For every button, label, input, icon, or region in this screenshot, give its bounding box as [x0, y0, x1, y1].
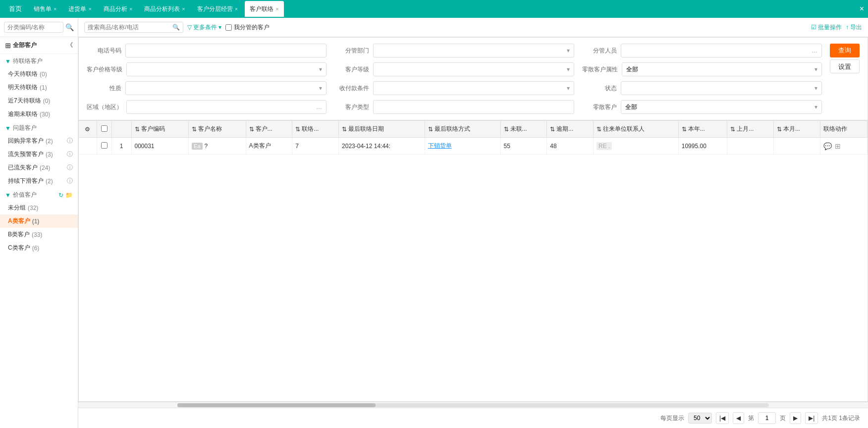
row-checkbox[interactable]: [101, 142, 108, 149]
settings-icon[interactable]: ⚙: [85, 126, 90, 133]
th-last-month[interactable]: ⇅ 上月...: [727, 121, 774, 138]
price-grade-select[interactable]: ▾: [126, 62, 326, 76]
nav-tab-3[interactable]: 商品分析列表 ×: [139, 1, 190, 17]
sidebar-item-declining[interactable]: 持续下滑客户 (2) ⓘ: [0, 174, 78, 188]
more-icon[interactable]: ⊞: [835, 142, 841, 150]
filter-more-btn[interactable]: ▽ 更多条件 ▾: [187, 23, 221, 32]
my-customers-checkbox[interactable]: [225, 24, 232, 31]
batch-op-btn[interactable]: ☑ 批量操作: [811, 23, 842, 32]
folder-icon[interactable]: 📁: [65, 192, 73, 199]
contact-icon[interactable]: 💬: [823, 142, 832, 150]
next-page-btn[interactable]: ▶: [790, 412, 801, 424]
th-check[interactable]: [97, 121, 111, 138]
nav-close-4[interactable]: ×: [235, 6, 238, 12]
sort-icon-code: ⇅: [135, 126, 140, 133]
customer-grade-select[interactable]: ▾: [373, 62, 574, 76]
prev-page-btn[interactable]: ◀: [733, 412, 744, 424]
check-icon: ☑: [811, 24, 816, 31]
select-all-checkbox[interactable]: [101, 125, 108, 132]
th-this-month[interactable]: ⇅ 本月...: [773, 121, 820, 138]
page-num-input[interactable]: [758, 412, 776, 424]
phone-input[interactable]: [125, 44, 326, 57]
nav-tab-2[interactable]: 商品分析 ×: [99, 1, 137, 17]
nav-tab-4[interactable]: 客户分层经营 ×: [192, 1, 243, 17]
th-no-contact[interactable]: ⇅ 未联...: [500, 121, 547, 138]
th-name[interactable]: ⇅ 客户名称: [189, 121, 246, 138]
nav-tab-1[interactable]: 进货单 ×: [63, 1, 96, 17]
sidebar-item-b-class[interactable]: B类客户 (33): [0, 228, 78, 241]
status-select[interactable]: ▾: [621, 81, 822, 95]
all-customers-item[interactable]: ⊞ 全部客户 《: [0, 37, 78, 54]
td-overdue: 48: [547, 138, 594, 155]
th-unit-contact[interactable]: ⇅ 往来单位联系人: [593, 121, 678, 138]
nav-close-3[interactable]: ×: [182, 6, 185, 12]
nav-close-0[interactable]: ×: [54, 6, 56, 12]
sidebar-item-warning[interactable]: 流失预警客户 (3) ⓘ: [0, 148, 78, 161]
search-input[interactable]: [88, 24, 170, 31]
nav-close-1[interactable]: ×: [88, 6, 91, 12]
search-icon[interactable]: 🔍: [172, 24, 180, 31]
nav-close-2[interactable]: ×: [129, 6, 132, 12]
sidebar-item-7days[interactable]: 近7天待联络 (0): [0, 94, 78, 107]
payment-arrow: ▾: [567, 85, 570, 92]
problem-customers-section: ▼ 问题客户: [0, 121, 78, 134]
sidebar-item-abnormal[interactable]: 回购异常客户 (2) ⓘ: [0, 134, 78, 148]
status-arrow: ▾: [814, 85, 817, 92]
last-method-link[interactable]: 下销货单: [428, 142, 452, 149]
th-num: [111, 121, 131, 138]
sidebar-item-unclassified[interactable]: 未分组 (32): [0, 201, 78, 214]
td-settings: [79, 138, 97, 155]
th-type[interactable]: ⇅ 客户...: [246, 121, 292, 138]
sidebar-search-input[interactable]: [4, 22, 63, 33]
th-last-date[interactable]: ⇅ 最后联络日期: [339, 121, 425, 138]
last-page-btn[interactable]: ▶|: [805, 412, 818, 424]
query-btn[interactable]: 查询: [830, 44, 860, 57]
sort-icon-date: ⇅: [342, 126, 347, 133]
content-area: 🔍 ▽ 更多条件 ▾ 我分管的客户 ☑ 批量操作 ↑ 导出: [78, 18, 868, 428]
sidebar-search-icon[interactable]: 🔍: [65, 23, 74, 31]
nav-close-main[interactable]: ×: [860, 4, 864, 13]
first-page-btn[interactable]: |◀: [716, 412, 729, 424]
horizontal-scrollbar[interactable]: [78, 402, 868, 408]
sidebar-item-c-class[interactable]: C类客户 (6): [0, 241, 78, 255]
sidebar-item-tomorrow[interactable]: 明天待联络 (1): [0, 81, 78, 94]
dept-select[interactable]: ▾: [373, 44, 574, 57]
sidebar-item-a-class[interactable]: A类客户 (1): [0, 214, 78, 228]
th-contact[interactable]: ⇅ 联络...: [292, 121, 339, 138]
th-overdue[interactable]: ⇅ 逾期...: [547, 121, 594, 138]
sort-icon-nocontact: ⇅: [504, 126, 509, 133]
nav-tab-5[interactable]: 客户联络 ×: [245, 1, 283, 17]
person-select[interactable]: …: [621, 44, 822, 57]
page-size-select[interactable]: 50: [688, 413, 712, 424]
pending-arrow: ▼: [5, 58, 11, 65]
payment-select[interactable]: ▾: [373, 81, 574, 95]
th-this-year[interactable]: ⇅ 本年...: [678, 121, 727, 138]
nav-home[interactable]: 首页: [4, 1, 27, 17]
sidebar-item-today[interactable]: 今天待联络 (0): [0, 67, 78, 81]
customer-type-select[interactable]: [373, 100, 574, 114]
info-icon-2: ⓘ: [67, 163, 73, 172]
td-last-method[interactable]: 下销货单: [425, 138, 500, 155]
scrollbar-thumb[interactable]: [177, 403, 376, 407]
nature-select[interactable]: ▾: [125, 81, 326, 95]
th-code[interactable]: ⇅ 客户编码: [131, 121, 189, 138]
th-last-method[interactable]: ⇅ 最后联络方式: [425, 121, 500, 138]
refresh-icon[interactable]: ↻: [58, 192, 63, 199]
name-badge: Ea: [192, 143, 202, 150]
grid-icon: ⊞: [5, 42, 11, 50]
retail-attr-select[interactable]: 全部 ▾: [622, 62, 822, 76]
customer-table: ⚙ ⇅ 客户编码: [79, 121, 868, 155]
price-grade-arrow: ▾: [319, 66, 322, 73]
export-btn[interactable]: ↑ 导出: [846, 23, 862, 32]
sidebar-item-overdue[interactable]: 逾期未联络 (30): [0, 107, 78, 121]
nav-close-5[interactable]: ×: [275, 6, 278, 12]
td-code: 000031: [131, 138, 189, 155]
th-settings[interactable]: ⚙: [79, 121, 97, 138]
my-customers-checkbox-label[interactable]: 我分管的客户: [225, 23, 270, 32]
setting-btn[interactable]: 设置: [830, 59, 860, 73]
region-select[interactable]: …: [126, 100, 326, 114]
retail-customer-select[interactable]: 全部 ▾: [621, 100, 822, 114]
nav-tab-0[interactable]: 销售单 ×: [29, 1, 61, 17]
td-check[interactable]: [97, 138, 111, 155]
sidebar-item-lost[interactable]: 已流失客户 (24) ⓘ: [0, 161, 78, 174]
